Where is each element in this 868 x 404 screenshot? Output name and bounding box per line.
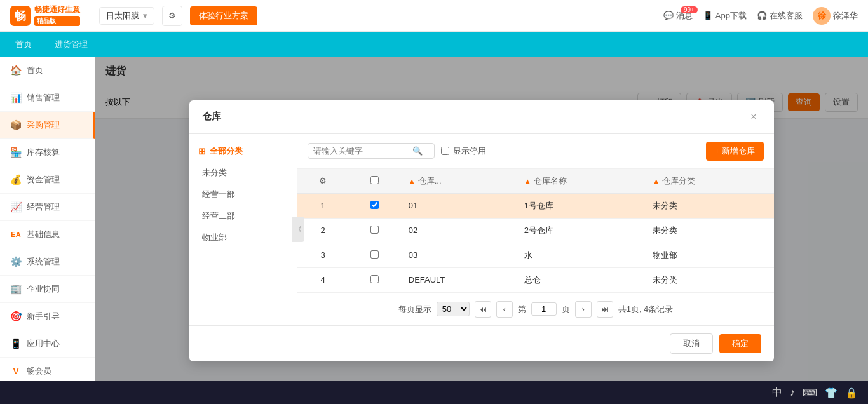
edition-badge: 精品版 [34, 16, 80, 26]
statusbar: 中 ♪ ⌨ 👕 🔒 [0, 381, 868, 404]
modal-overlay: 仓库 × ⊞ 全部分类 未分类 经营一 [95, 57, 868, 404]
sidebar-item-operations[interactable]: 📈 经营管理 [0, 194, 95, 221]
keyboard-icon[interactable]: ⌨ [803, 387, 817, 399]
row-name: 水 [517, 243, 646, 267]
table-row[interactable]: 3 03 水 物业部 [297, 243, 774, 267]
all-categories-item[interactable]: ⊞ 全部分类 [189, 140, 297, 162]
phone-icon: 📱 [703, 11, 713, 20]
operations-icon: 📈 [10, 201, 22, 213]
sidebar-item-home[interactable]: 🏠 首页 [0, 57, 95, 84]
category-item-dept1[interactable]: 经营一部 [189, 184, 297, 205]
row-code: 02 [401, 218, 517, 243]
message-icon: 💬 [663, 11, 674, 20]
table-row[interactable]: 1 01 1号仓库 未分类 [297, 193, 774, 218]
app-download-item[interactable]: 📱 App下载 [703, 10, 747, 22]
subbar-item-home[interactable]: 首页 [10, 39, 37, 50]
per-page-select[interactable]: 50 100 [437, 302, 470, 316]
messages-item[interactable]: 💬 消息 99+ [663, 10, 693, 22]
app-name: 畅捷通好生意 [34, 5, 80, 15]
sidebar-item-apps[interactable]: 📱 应用中心 [0, 330, 95, 358]
modal-title: 仓库 [202, 111, 221, 123]
col-code: ▲ 仓库... [401, 169, 517, 194]
home-icon: 🏠 [10, 65, 22, 76]
col-name: ▲ 仓库名称 [517, 169, 646, 194]
row-num: 3 [297, 243, 348, 267]
customer-service-item[interactable]: 🎧 在线客服 [757, 10, 803, 22]
topbar: 畅 畅捷通好生意 精品版 日太阳膜 ▾ ⚙ 体验行业方案 💬 消息 99+ 📱 … [0, 0, 868, 32]
logo: 畅 畅捷通好生意 精品版 [10, 5, 86, 27]
messages-badge: 99+ [681, 6, 698, 13]
chevron-down-icon: ▾ [143, 11, 147, 20]
row-checkbox[interactable] [370, 250, 379, 259]
page-number-input[interactable] [531, 302, 557, 316]
sidebar: 🏠 首页 📊 销售管理 📦 采购管理 🏪 库存核算 💰 资金管理 📈 经营管理 … [0, 57, 95, 404]
row-checkbox-cell [348, 218, 401, 243]
row-checkbox[interactable] [370, 201, 379, 209]
store-name: 日太阳膜 [106, 10, 139, 22]
basic-info-icon: EA [10, 231, 22, 238]
table-row[interactable]: 4 DEFAULT 总仓 未分类 [297, 267, 774, 292]
show-disabled-checkbox[interactable] [441, 147, 449, 155]
table-header-row: ⚙ ▲ 仓库... [297, 169, 774, 194]
row-code: 01 [401, 193, 517, 218]
col-category: ▲ 仓库分类 [645, 169, 774, 194]
confirm-button[interactable]: 确定 [719, 334, 761, 353]
category-item-unclassified[interactable]: 未分类 [189, 162, 297, 184]
row-name: 总仓 [517, 267, 646, 292]
sidebar-item-sales[interactable]: 📊 销售管理 [0, 84, 95, 112]
prev-page-button[interactable]: ‹ [496, 301, 513, 318]
user-profile[interactable]: 徐 徐泽华 [813, 7, 858, 25]
collapse-panel-button[interactable]: 《 [292, 217, 304, 242]
cancel-button[interactable]: 取消 [670, 333, 713, 354]
row-checkbox[interactable] [370, 226, 379, 234]
row-checkbox[interactable] [370, 275, 379, 283]
select-all-checkbox[interactable] [370, 176, 379, 184]
sidebar-item-finance[interactable]: 💰 资金管理 [0, 166, 95, 194]
row-code: 03 [401, 243, 517, 267]
row-category: 未分类 [645, 267, 774, 292]
category-item-property[interactable]: 物业部 [189, 227, 297, 248]
sidebar-item-inventory[interactable]: 🏪 库存核算 [0, 139, 95, 166]
headset-icon: 🎧 [757, 11, 767, 20]
row-checkbox-cell [348, 193, 401, 218]
store-selector[interactable]: 日太阳膜 ▾ [99, 7, 154, 25]
table-panel: 🔍 显示停用 + 新增仓库 [297, 134, 774, 325]
row-checkbox-cell [348, 243, 401, 267]
finance-icon: 💰 [10, 174, 22, 185]
chinese-input-icon[interactable]: 中 [772, 386, 782, 400]
search-box: 🔍 [308, 143, 435, 159]
row-num: 1 [297, 193, 348, 218]
sound-icon[interactable]: ♪ [790, 387, 795, 398]
sidebar-item-basic-info[interactable]: EA 基础信息 [0, 221, 95, 248]
lock-icon[interactable]: 🔒 [845, 387, 858, 399]
sidebar-item-purchase[interactable]: 📦 采购管理 [0, 112, 95, 139]
settings-button[interactable]: ⚙ [162, 6, 182, 26]
sort-cat-icon: ▲ [653, 177, 660, 185]
first-page-button[interactable]: ⏮ [475, 301, 491, 318]
gear-icon: ⚙ [168, 11, 176, 20]
sort-icon: ▲ [409, 177, 416, 185]
sidebar-item-system[interactable]: ⚙️ 系统管理 [0, 248, 95, 276]
row-code: DEFAULT [401, 267, 517, 292]
last-page-button[interactable]: ⏭ [597, 301, 613, 318]
category-panel: ⊞ 全部分类 未分类 经营一部 经营二部 物业部 [189, 134, 297, 325]
subbar-item-purchase[interactable]: 进货管理 [50, 39, 93, 50]
add-warehouse-button[interactable]: + 新增仓库 [706, 142, 764, 161]
category-item-dept2[interactable]: 经营二部 [189, 205, 297, 227]
shirt-icon[interactable]: 👕 [825, 387, 837, 399]
warehouse-table: ⚙ ▲ 仓库... [297, 169, 774, 293]
table-row[interactable]: 2 02 2号仓库 未分类 [297, 218, 774, 243]
main-layout: 🏠 首页 📊 销售管理 📦 采购管理 🏪 库存核算 💰 资金管理 📈 经营管理 … [0, 57, 868, 404]
trial-button[interactable]: 体验行业方案 [190, 6, 257, 25]
avatar: 徐 [813, 7, 831, 25]
search-input[interactable] [313, 146, 409, 156]
chevron-left-icon: 《 [294, 224, 302, 235]
total-label: 共1页, 4条记录 [618, 304, 674, 315]
modal-close-button[interactable]: × [746, 109, 761, 125]
next-page-button[interactable]: › [575, 301, 592, 318]
topbar-right: 💬 消息 99+ 📱 App下载 🎧 在线客服 徐 徐泽华 [663, 7, 858, 25]
sidebar-item-enterprise[interactable]: 🏢 企业协同 [0, 276, 95, 303]
search-icon[interactable]: 🔍 [412, 146, 423, 156]
system-icon: ⚙️ [10, 256, 22, 267]
sidebar-item-guide[interactable]: 🎯 新手引导 [0, 303, 95, 330]
